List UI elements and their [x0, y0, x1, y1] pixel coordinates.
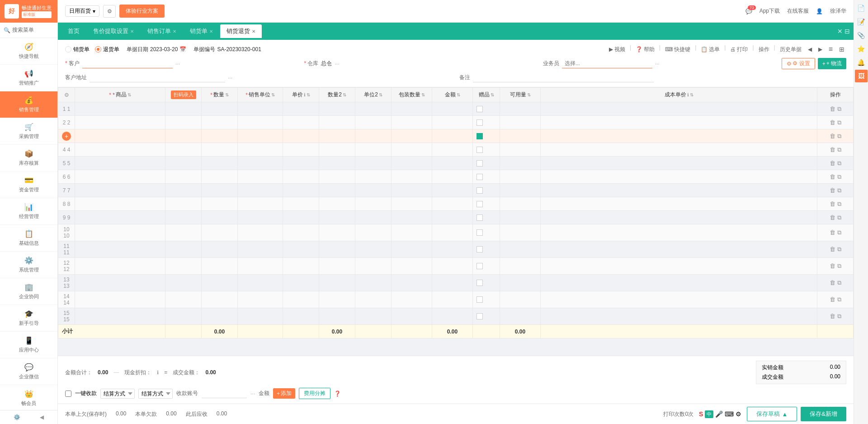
gift-cell-11[interactable] [473, 241, 500, 258]
qty-cell-2[interactable] [202, 116, 238, 129]
price-cell-2[interactable] [283, 116, 319, 129]
fee-split-btn[interactable]: 费用分摊 [299, 388, 330, 399]
product-cell-1[interactable] [75, 102, 165, 116]
breadcrumb-select[interactable]: 日用百货 ▾ [65, 5, 99, 17]
print-btn[interactable]: 🖨 打印 [728, 44, 750, 54]
product-cell-7[interactable] [75, 184, 165, 197]
unit2-cell-13[interactable] [355, 275, 392, 291]
search-menu[interactable]: 🔍 搜索菜单 [0, 23, 57, 38]
delete-icon-1[interactable]: 🗑 [830, 105, 835, 113]
gift-checkbox-11[interactable] [476, 246, 483, 252]
tab-price-settings-close[interactable]: ✕ [130, 29, 134, 34]
qty2-cell-12[interactable] [319, 258, 355, 275]
unit2-cell-1[interactable] [355, 102, 392, 116]
qty-cell-7[interactable] [202, 184, 238, 197]
gift-cell-5[interactable] [473, 157, 500, 170]
amount-cell-8[interactable] [432, 197, 473, 211]
address-dots[interactable]: ··· [228, 75, 232, 81]
costprice-help-icon[interactable]: ℹ [687, 92, 689, 97]
copy-icon-2[interactable]: ⧉ [837, 119, 841, 126]
delete-icon-8[interactable]: 🗑 [830, 200, 835, 208]
gift-checkbox-2[interactable] [476, 119, 483, 126]
unit2-cell-10[interactable] [355, 224, 392, 241]
price-cell-6[interactable] [283, 170, 319, 184]
radio-delivery[interactable] [65, 46, 71, 52]
delete-icon-13[interactable]: 🗑 [830, 279, 835, 286]
packqty-cell-2[interactable] [392, 116, 432, 129]
help-btn[interactable]: ❓ 帮助 [634, 44, 656, 54]
qty-cell-9[interactable] [202, 211, 238, 224]
price-cell-12[interactable] [283, 258, 319, 275]
experience-btn[interactable]: 体验行业方案 [119, 5, 165, 18]
sort-packqty-icon[interactable]: ⇅ [421, 92, 425, 97]
costprice-cell-4[interactable] [541, 143, 817, 157]
receipt-checkbox[interactable] [65, 391, 71, 397]
tab-home[interactable]: 首页 [61, 24, 86, 38]
unit2-cell-15[interactable] [355, 308, 392, 325]
unit-cell-15[interactable] [238, 308, 283, 325]
unit2-cell-8[interactable] [355, 197, 392, 211]
right-panel-note-icon[interactable]: 📝 [855, 15, 868, 28]
qty-cell-14[interactable] [202, 291, 238, 308]
qty-cell-13[interactable] [202, 275, 238, 291]
qty2-cell-6[interactable] [319, 170, 355, 184]
qty2-cell-4[interactable] [319, 143, 355, 157]
ime-icon-chinese[interactable]: 中 [705, 410, 713, 418]
scan-input-btn[interactable]: 扫码录入 [171, 91, 196, 99]
costprice-cell-8[interactable] [541, 197, 817, 211]
qty-cell-8[interactable] [202, 197, 238, 211]
product-cell-15[interactable] [75, 308, 165, 325]
packqty-cell-12[interactable] [392, 258, 432, 275]
price-cell-10[interactable] [283, 224, 319, 241]
tab-sales-delivery[interactable]: 销货单 ✕ [184, 24, 219, 38]
delete-icon-11[interactable]: 🗑 [830, 246, 835, 253]
available-cell-10[interactable] [500, 224, 541, 241]
product-cell-4[interactable] [75, 143, 165, 157]
message-icon[interactable]: 💬 70 [745, 8, 752, 14]
tab-sales-order[interactable]: 销售订单 ✕ [141, 24, 183, 38]
unit-cell-9[interactable] [238, 211, 283, 224]
product-cell-11[interactable] [75, 241, 165, 258]
sort-amount-icon[interactable]: ⇅ [457, 92, 460, 97]
qty-cell-1[interactable] [202, 102, 238, 116]
qty2-cell-7[interactable] [319, 184, 355, 197]
type-delivery[interactable]: 销货单 [65, 46, 90, 53]
unit-cell-14[interactable] [238, 291, 283, 308]
col-scan-header[interactable]: 扫码录入 [165, 88, 202, 102]
costprice-cell-6[interactable] [541, 170, 817, 184]
packqty-cell-15[interactable] [392, 308, 432, 325]
price-cell-4[interactable] [283, 143, 319, 157]
qty-cell-5[interactable] [202, 157, 238, 170]
copy-icon-6[interactable]: ⧉ [837, 173, 841, 181]
packqty-cell-10[interactable] [392, 224, 432, 241]
gift-cell-4[interactable] [473, 143, 500, 157]
salesman-input[interactable] [562, 59, 652, 68]
docno-value[interactable]: SA-20230320-001 [217, 46, 261, 52]
remark-input[interactable] [473, 73, 654, 82]
unit2-cell-11[interactable] [355, 241, 392, 258]
copy-icon-10[interactable]: ⧉ [837, 229, 841, 236]
qty-cell-10[interactable] [202, 224, 238, 241]
sidebar-item-quick-nav[interactable]: 🧭 快捷导航 [0, 38, 57, 65]
unit-cell-11[interactable] [238, 241, 283, 258]
amount-cell-5[interactable] [432, 157, 473, 170]
app-download-link[interactable]: App下载 [760, 7, 780, 15]
unit-cell-1[interactable] [238, 102, 283, 116]
qty-cell-6[interactable] [202, 170, 238, 184]
sidebar-item-inventory[interactable]: 📦 库存核算 [0, 145, 57, 172]
qty-cell-15[interactable] [202, 308, 238, 325]
delete-icon-10[interactable]: 🗑 [830, 229, 835, 236]
customer-input[interactable] [82, 59, 173, 68]
unit-cell-3[interactable] [238, 129, 283, 143]
amount-cell-1[interactable] [432, 102, 473, 116]
amount-cell-2[interactable] [432, 116, 473, 129]
price-cell-7[interactable] [283, 184, 319, 197]
sort-costprice-icon[interactable]: ⇅ [690, 92, 693, 97]
nav-next-btn[interactable]: ▶ [816, 44, 824, 54]
delete-icon-14[interactable]: 🗑 [830, 296, 835, 303]
right-panel-attach-icon[interactable]: 📎 [855, 29, 868, 42]
tab-sales-order-close[interactable]: ✕ [173, 29, 176, 34]
available-cell-2[interactable] [500, 116, 541, 129]
copy-icon-4[interactable]: ⧉ [837, 146, 841, 153]
available-cell-5[interactable] [500, 157, 541, 170]
